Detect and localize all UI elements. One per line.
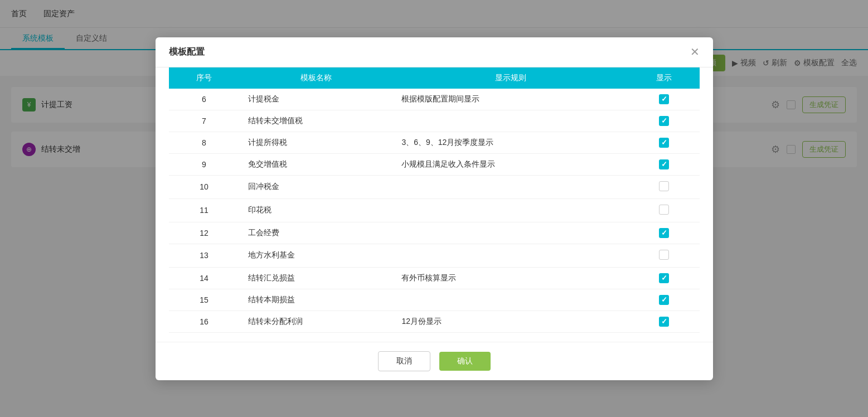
checkbox-3[interactable] (659, 159, 669, 169)
cell-name-2: 计提所得税 (239, 132, 392, 153)
cell-id-2: 8 (169, 132, 240, 153)
checkbox-9[interactable] (659, 295, 669, 305)
cell-id-9: 15 (169, 289, 240, 311)
cell-check-5 (629, 198, 700, 222)
cell-check-8 (629, 267, 700, 289)
table-row: 8计提所得税3、6、9、12月按季度显示 (169, 132, 700, 153)
col-header-rule: 显示规则 (392, 67, 628, 89)
cell-check-6 (629, 222, 700, 244)
cell-check-9 (629, 289, 700, 311)
checkbox-1[interactable] (659, 116, 669, 126)
cell-check-7 (629, 244, 700, 267)
cell-name-9: 结转本期损益 (239, 289, 392, 311)
cell-check-1 (629, 110, 700, 132)
cancel-button[interactable]: 取消 (378, 351, 430, 371)
confirm-button[interactable]: 确认 (439, 352, 491, 371)
modal-header: 模板配置 ✕ (156, 37, 713, 67)
checkbox-8[interactable] (659, 273, 669, 283)
cell-id-6: 12 (169, 222, 240, 244)
cell-id-7: 13 (169, 244, 240, 267)
table-row: 9免交增值税小规模且满足收入条件显示 (169, 153, 700, 175)
table-scroll-container[interactable]: 序号 模板名称 显示规则 显示 6计提税金根据模版配置期间显示7结转未交增值税8… (169, 67, 700, 333)
cell-check-4 (629, 175, 700, 198)
cell-id-8: 14 (169, 267, 240, 289)
cell-id-1: 7 (169, 110, 240, 132)
config-table: 序号 模板名称 显示规则 显示 6计提税金根据模版配置期间显示7结转未交增值税8… (169, 67, 700, 333)
checkbox-10[interactable] (659, 317, 669, 327)
cell-name-7: 地方水利基金 (239, 244, 392, 267)
cell-rule-4 (392, 175, 628, 198)
checkbox-7[interactable] (659, 250, 669, 260)
header-row: 序号 模板名称 显示规则 显示 (169, 67, 700, 89)
col-header-id: 序号 (169, 67, 240, 89)
cell-check-2 (629, 132, 700, 153)
cell-rule-8: 有外币核算显示 (392, 267, 628, 289)
cell-rule-10: 12月份显示 (392, 311, 628, 332)
cell-rule-6 (392, 222, 628, 244)
table-row: 12工会经费 (169, 222, 700, 244)
cell-rule-1 (392, 110, 628, 132)
modal-body: 序号 模板名称 显示规则 显示 6计提税金根据模版配置期间显示7结转未交增值税8… (156, 67, 713, 342)
modal-dialog: 模板配置 ✕ 序号 模板名称 显示规则 显示 6计提税金根据模版配置期间显 (156, 37, 713, 380)
cell-name-10: 结转未分配利润 (239, 311, 392, 332)
table-row: 14结转汇兑损益有外币核算显示 (169, 267, 700, 289)
table-row: 13地方水利基金 (169, 244, 700, 267)
cell-id-4: 10 (169, 175, 240, 198)
checkbox-5[interactable] (659, 205, 669, 215)
checkbox-4[interactable] (659, 181, 669, 191)
table-row: 10回冲税金 (169, 175, 700, 198)
cell-rule-9 (392, 289, 628, 311)
cell-id-10: 16 (169, 311, 240, 332)
cell-rule-2: 3、6、9、12月按季度显示 (392, 132, 628, 153)
table-row: 6计提税金根据模版配置期间显示 (169, 89, 700, 110)
cell-rule-3: 小规模且满足收入条件显示 (392, 153, 628, 175)
cell-name-6: 工会经费 (239, 222, 392, 244)
modal-close-button[interactable]: ✕ (690, 46, 700, 57)
cell-id-0: 6 (169, 89, 240, 110)
cell-name-5: 印花税 (239, 198, 392, 222)
cell-check-0 (629, 89, 700, 110)
cell-rule-0: 根据模版配置期间显示 (392, 89, 628, 110)
cell-name-0: 计提税金 (239, 89, 392, 110)
cell-rule-5 (392, 198, 628, 222)
cell-name-1: 结转未交增值税 (239, 110, 392, 132)
table-row: 11印花税 (169, 198, 700, 222)
table-row: 7结转未交增值税 (169, 110, 700, 132)
cell-name-3: 免交增值税 (239, 153, 392, 175)
cell-check-10 (629, 311, 700, 332)
cell-id-5: 11 (169, 198, 240, 222)
cell-name-8: 结转汇兑损益 (239, 267, 392, 289)
checkbox-2[interactable] (659, 138, 669, 148)
checkbox-0[interactable] (659, 94, 669, 104)
cell-check-3 (629, 153, 700, 175)
table-row: 15结转本期损益 (169, 289, 700, 311)
modal-footer: 取消 确认 (156, 342, 713, 380)
table-body: 6计提税金根据模版配置期间显示7结转未交增值税8计提所得税3、6、9、12月按季… (169, 89, 700, 333)
modal-title: 模板配置 (169, 46, 205, 58)
col-header-display: 显示 (629, 67, 700, 89)
col-header-name: 模板名称 (239, 67, 392, 89)
table-header: 序号 模板名称 显示规则 显示 (169, 67, 700, 89)
cell-rule-7 (392, 244, 628, 267)
table-row: 16结转未分配利润12月份显示 (169, 311, 700, 332)
cell-id-3: 9 (169, 153, 240, 175)
checkbox-6[interactable] (659, 228, 669, 238)
cell-name-4: 回冲税金 (239, 175, 392, 198)
modal-overlay: 模板配置 ✕ 序号 模板名称 显示规则 显示 6计提税金根据模版配置期间显 (0, 0, 868, 417)
